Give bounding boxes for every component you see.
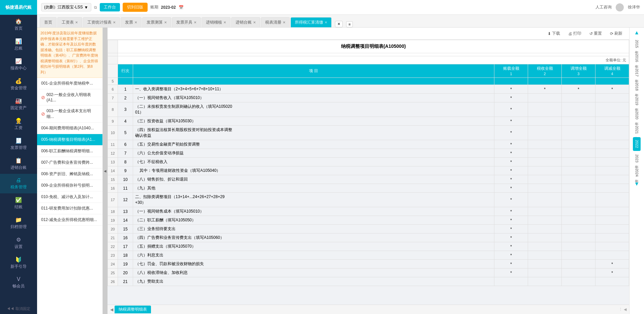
cell-c1[interactable]: *	[494, 149, 528, 158]
cell-c3[interactable]	[562, 94, 595, 102]
cell-item[interactable]: （六）利息支出	[133, 251, 494, 260]
cell-c1[interactable]: *	[494, 242, 528, 251]
year-item-2016[interactable]: 2016年	[633, 51, 641, 65]
cell-c4[interactable]	[595, 242, 629, 251]
tab-input-ledger[interactable]: 进销台账 ✕	[231, 17, 260, 27]
list-item[interactable]: ⊘ 003-一般企业成本支出明细...	[37, 105, 102, 123]
sidebar-item-close[interactable]: ✅ 结账	[0, 193, 37, 213]
consult-button[interactable]: 人工咨询	[595, 4, 612, 10]
cell-c4[interactable]	[595, 193, 629, 207]
cell-c3[interactable]	[562, 193, 595, 207]
cell-c2[interactable]	[528, 126, 562, 140]
cell-c2[interactable]	[528, 140, 562, 149]
tab-invoice-calc[interactable]: 发票测算 ✕	[142, 17, 171, 27]
cell-c3[interactable]	[562, 158, 595, 166]
nav-left-icon[interactable]: ◀	[110, 307, 113, 312]
sidebar-item-tax-mgr[interactable]: 🖨 税务管理	[0, 174, 37, 193]
tab-menu-button[interactable]: ≡	[346, 21, 353, 27]
cell-item[interactable]: 二、扣除类调整项目（13+14+...24+26+27+28+29+30）	[133, 193, 494, 207]
cell-c3[interactable]	[562, 242, 595, 251]
cell-c3[interactable]	[562, 207, 595, 216]
cell-item[interactable]: 其中：专项用途财政性资金（填写A105040）	[133, 166, 494, 175]
cell-c1[interactable]	[494, 277, 528, 286]
tab-payroll[interactable]: 工资表 ✕	[57, 17, 82, 27]
tab-close-icon[interactable]: ✕	[164, 21, 167, 24]
cell-c3[interactable]	[562, 233, 595, 242]
print-button[interactable]: 🖨 打印	[565, 30, 584, 37]
cell-c1[interactable]: *	[494, 85, 528, 94]
cell-item[interactable]: （二）未按权责发生制原则确认的收入（填写A10502001）	[133, 102, 494, 117]
cell-c2[interactable]	[528, 225, 562, 233]
cell-c3[interactable]	[562, 277, 595, 286]
cell-item[interactable]: （四）广告费和业务宣传费支出（填写A105060）	[133, 233, 494, 242]
year-item-2023[interactable]: 2023年	[633, 152, 641, 165]
cell-c4[interactable]	[595, 175, 629, 184]
cell-c3[interactable]	[562, 184, 595, 193]
close-all-tabs-button[interactable]: ✕	[335, 21, 343, 27]
cell-c1[interactable]: *	[494, 175, 528, 184]
tab-invoice-open[interactable]: 发票开具 ✕	[172, 17, 201, 27]
cell-c4[interactable]	[595, 117, 629, 126]
sidebar-item-fixed[interactable]: 🏭 固定资产	[0, 94, 37, 114]
calendar-icon[interactable]: 📅	[179, 5, 184, 10]
sidebar-item-payroll[interactable]: 👷 工资	[0, 114, 37, 134]
cell-c1[interactable]: *	[494, 166, 528, 175]
tab-close-icon[interactable]: ✕	[223, 21, 226, 24]
cell-item[interactable]: （一）视同销售成本（填写A105010）	[133, 207, 494, 216]
cell-c2[interactable]	[528, 260, 562, 269]
cell-c2[interactable]	[528, 158, 562, 166]
scroll-left-icon[interactable]: ◀	[624, 307, 626, 312]
cell-c2[interactable]	[528, 207, 562, 216]
cell-item[interactable]: （五）捐赠支出（填写A105070）	[133, 242, 494, 251]
tab-tax-clear[interactable]: 税表清册 ✕	[261, 17, 290, 27]
cell-c3[interactable]	[562, 175, 595, 184]
cell-item[interactable]: （六）公允价值变动净损益	[133, 149, 494, 158]
list-item[interactable]: 010-免税、减计收入及加计...	[37, 191, 102, 203]
cell-c3[interactable]	[562, 117, 595, 126]
cell-c3[interactable]	[562, 140, 595, 149]
sidebar-item-fund[interactable]: 💰 资金管理	[0, 74, 37, 94]
cell-c4[interactable]	[595, 166, 629, 175]
cell-item[interactable]: （一）视同销售收入（填写A105010）	[133, 94, 494, 102]
year-item-2020[interactable]: 2020年	[633, 108, 641, 122]
tab-close-icon[interactable]: ✕	[253, 21, 256, 24]
list-item[interactable]: 011-研发费用加计扣除优惠...	[37, 203, 102, 214]
sidebar-item-archive[interactable]: 📁 归档管理	[0, 213, 37, 233]
cell-c1[interactable]: *	[494, 184, 528, 193]
cell-c1[interactable]: *	[494, 233, 528, 242]
tab-invoice[interactable]: 发票 ✕	[121, 17, 142, 27]
list-item[interactable]: 004-期间费用明细表(A1040...	[37, 123, 102, 134]
cell-c3[interactable]	[562, 216, 595, 225]
cell-c4[interactable]	[595, 140, 629, 149]
cell-c2[interactable]	[528, 193, 562, 207]
cell-c1[interactable]: *	[494, 207, 528, 216]
cell-c4[interactable]	[595, 126, 629, 140]
workbench-button[interactable]: 工作台	[100, 3, 120, 11]
cell-item[interactable]: （七）不征税收入	[133, 158, 494, 166]
sidebar-item-report[interactable]: 📈 报表中心	[0, 55, 37, 74]
cell-c4[interactable]: *	[595, 85, 629, 94]
cell-item[interactable]: （三）业务招待要支出	[133, 225, 494, 233]
cell-c4[interactable]	[595, 277, 629, 286]
cell-c2[interactable]	[528, 251, 562, 260]
cell-c1[interactable]: *	[494, 117, 528, 126]
collapse-panel-button[interactable]: ◀	[103, 28, 108, 314]
cell-c2[interactable]	[528, 102, 562, 117]
bottom-tab-item[interactable]: 纳税调整明细表	[115, 306, 151, 313]
sidebar-item-invoice[interactable]: 🧾 发票管理	[0, 134, 37, 154]
cell-c2[interactable]	[528, 117, 562, 126]
year-item-2018[interactable]: 2018年	[633, 80, 641, 93]
year-up-arrow[interactable]: ▲	[634, 29, 640, 36]
list-item[interactable]: 006-职工薪酬纳税调整明细...	[37, 146, 102, 157]
cell-c4[interactable]: *	[595, 260, 629, 269]
cell-c1[interactable]: *	[494, 193, 528, 207]
cell-item[interactable]: （九）赞助支出	[133, 277, 494, 286]
cell-c1[interactable]: *	[494, 260, 528, 269]
cell-item[interactable]: （三）投资收益（填写A105030）	[133, 117, 494, 126]
download-button[interactable]: ⬇ 下载	[545, 30, 563, 37]
year-item-2015[interactable]: 2015年	[633, 37, 641, 51]
tab-close-icon[interactable]: ✕	[194, 21, 196, 24]
cell-c2[interactable]: *	[528, 85, 562, 94]
cell-c4[interactable]	[595, 158, 629, 166]
cell-item[interactable]: （四）按权益法核算长期股权投资对初始投资成本调整确认收益	[133, 126, 494, 140]
